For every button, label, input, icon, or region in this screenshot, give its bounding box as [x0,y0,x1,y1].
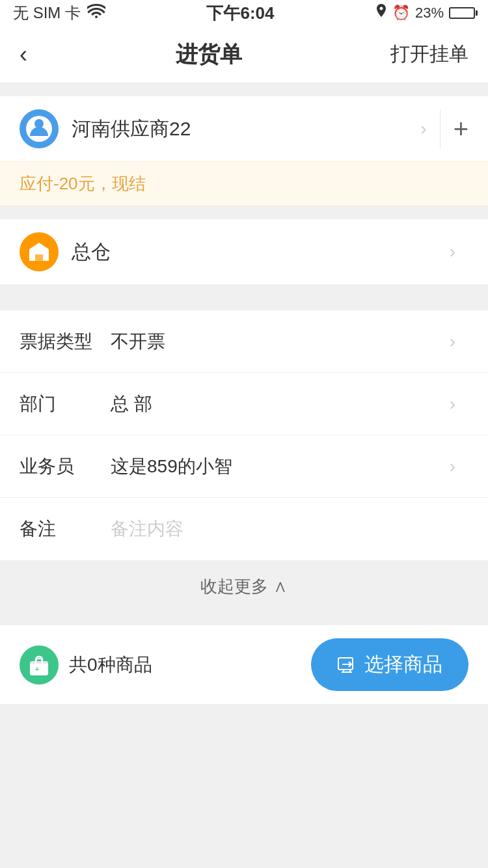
svg-point-0 [34,119,44,128]
battery-icon [449,7,475,19]
carrier-label: 无 SIM 卡 [13,3,81,23]
page-background [0,704,488,868]
select-product-icon [337,655,357,675]
product-icon-inner: + [27,653,51,677]
warehouse-row[interactable]: 总仓 › [0,219,488,284]
svg-rect-2 [35,254,43,261]
collapse-row[interactable]: 收起更多 ∧ [0,560,488,612]
alert-banner: 应付-20元，现结 [0,161,488,206]
product-icon-wrap: + [20,645,59,685]
select-product-label: 选择商品 [364,651,442,678]
open-pending-button[interactable]: 打开挂单 [390,41,468,68]
status-right: ⏰ 23% [375,4,475,22]
supplier-row[interactable]: 河南供应商22 › + [0,96,488,161]
invoice-type-row[interactable]: 票据类型 不开票 › [0,310,488,373]
salesperson-chevron-icon: › [450,456,455,477]
status-left: 无 SIM 卡 [13,3,105,23]
section-divider-3 [0,284,488,297]
nav-bar: ‹ 进货单 打开挂单 [0,26,488,83]
remark-label: 备注 [20,517,111,541]
select-product-button[interactable]: 选择商品 [311,638,468,691]
avatar-icon [26,116,52,142]
invoice-type-label: 票据类型 [20,329,111,354]
invoice-type-value: 不开票 [111,329,450,354]
warehouse-icon [27,240,51,264]
supplier-chevron-icon: › [420,118,426,139]
alarm-icon: ⏰ [392,5,410,21]
product-count-text: 共0种商品 [69,653,152,677]
invoice-type-chevron-icon: › [450,331,455,352]
warehouse-label: 总仓 [72,239,450,265]
form-section: 票据类型 不开票 › 部门 总 部 › 业务员 这是859的小智 › 备注 备注… [0,310,488,560]
alert-text: 应付-20元，现结 [20,174,146,193]
department-value: 总 部 [111,392,450,416]
avatar-silhouette-icon [29,116,49,142]
department-label: 部门 [20,392,111,416]
svg-text:+: + [35,666,39,673]
remark-input[interactable]: 备注内容 [111,517,468,541]
warehouse-icon-wrap [20,232,59,271]
location-icon [375,4,387,22]
supplier-name: 河南供应商22 [72,116,420,142]
bottom-bar: + 共0种商品 选择商品 [0,625,488,704]
section-divider-1 [0,83,488,96]
salesperson-value: 这是859的小智 [111,454,450,479]
product-count-wrap: + 共0种商品 [20,645,152,685]
vertical-divider [440,109,441,148]
back-button[interactable]: ‹ [20,41,27,68]
wifi-icon [87,4,105,22]
remark-row[interactable]: 备注 备注内容 [0,498,488,560]
section-divider-2 [0,206,488,219]
department-row[interactable]: 部门 总 部 › [0,373,488,435]
battery-text: 23% [415,5,444,21]
salesperson-row[interactable]: 业务员 这是859的小智 › [0,435,488,498]
page-title: 进货单 [176,40,242,70]
status-time: 下午6:04 [206,2,274,25]
department-chevron-icon: › [450,394,455,414]
add-supplier-button[interactable]: + [454,115,468,144]
collapse-label: 收起更多 ∧ [200,575,287,598]
warehouse-chevron-icon: › [450,241,455,262]
supplier-avatar [20,109,59,148]
salesperson-label: 业务员 [20,454,111,479]
supplier-section: 河南供应商22 › + 应付-20元，现结 [0,96,488,206]
status-bar: 无 SIM 卡 下午6:04 ⏰ 23% [0,0,488,26]
